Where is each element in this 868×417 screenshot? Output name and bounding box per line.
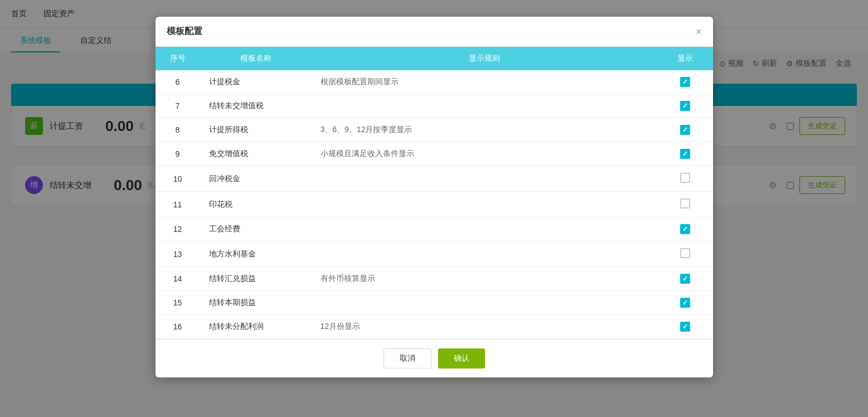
table-row: 16 结转未分配利润 12月份显示 — [156, 315, 713, 339]
checkbox-8[interactable] — [680, 274, 690, 284]
cell-name-10: 结转未分配利润 — [200, 315, 312, 339]
modal-footer: 取消 确认 — [156, 339, 713, 377]
cell-name-0: 计提税金 — [200, 70, 312, 94]
cell-show-7[interactable] — [657, 241, 713, 267]
cell-show-4[interactable] — [657, 166, 713, 192]
cell-show-5[interactable] — [657, 192, 713, 217]
modal-body: 序号 模板名称 显示规则 显示 6 计提税金 根据模板配置期间显示 7 结转未交… — [156, 47, 713, 339]
cell-name-7: 地方水利基金 — [200, 241, 312, 267]
col-header-rule: 显示规则 — [312, 47, 657, 70]
cell-rule-6 — [312, 217, 657, 241]
cell-rule-3: 小规模且满足收入条件显示 — [312, 142, 657, 166]
checkbox-7[interactable] — [680, 248, 690, 258]
cell-name-5: 印花税 — [200, 192, 312, 217]
table-header: 序号 模板名称 显示规则 显示 — [156, 47, 713, 70]
cell-num-3: 9 — [156, 142, 200, 166]
modal-overlay: 模板配置 × 序号 模板名称 显示规则 显示 6 — [0, 0, 868, 417]
cell-show-10[interactable] — [657, 315, 713, 339]
checkbox-6[interactable] — [680, 224, 690, 234]
table-row: 14 结转汇兑损益 有外币核算显示 — [156, 267, 713, 291]
table-row: 9 免交增值税 小规模且满足收入条件显示 — [156, 142, 713, 166]
cell-num-4: 10 — [156, 166, 200, 192]
modal-close-button[interactable]: × — [696, 27, 702, 37]
cell-num-8: 14 — [156, 267, 200, 291]
cancel-button[interactable]: 取消 — [384, 348, 431, 368]
table-body: 6 计提税金 根据模板配置期间显示 7 结转未交增值税 8 计提所得税 3、6、… — [156, 70, 713, 339]
checkbox-4[interactable] — [680, 173, 690, 183]
cell-rule-10: 12月份显示 — [312, 315, 657, 339]
cell-show-1[interactable] — [657, 94, 713, 118]
cell-rule-4 — [312, 166, 657, 192]
checkbox-3[interactable] — [680, 149, 690, 159]
checkbox-9[interactable] — [680, 298, 690, 308]
cell-show-2[interactable] — [657, 118, 713, 142]
template-config-modal: 模板配置 × 序号 模板名称 显示规则 显示 6 — [156, 17, 713, 377]
table-row: 10 回冲税金 — [156, 166, 713, 192]
cell-num-1: 7 — [156, 94, 200, 118]
cell-rule-5 — [312, 192, 657, 217]
cell-show-6[interactable] — [657, 217, 713, 241]
modal-title: 模板配置 — [167, 26, 202, 37]
cell-show-9[interactable] — [657, 291, 713, 315]
table-scroll-area[interactable]: 序号 模板名称 显示规则 显示 6 计提税金 根据模板配置期间显示 7 结转未交… — [156, 47, 713, 339]
checkbox-10[interactable] — [680, 322, 690, 332]
template-table: 序号 模板名称 显示规则 显示 6 计提税金 根据模板配置期间显示 7 结转未交… — [156, 47, 713, 339]
modal-header: 模板配置 × — [156, 17, 713, 47]
col-header-name: 模板名称 — [200, 47, 312, 70]
cell-show-8[interactable] — [657, 267, 713, 291]
checkbox-2[interactable] — [680, 125, 690, 135]
cell-show-3[interactable] — [657, 142, 713, 166]
cell-name-4: 回冲税金 — [200, 166, 312, 192]
cell-rule-1 — [312, 94, 657, 118]
cell-rule-7 — [312, 241, 657, 267]
checkbox-5[interactable] — [680, 198, 690, 208]
table-row: 15 结转本期损益 — [156, 291, 713, 315]
cell-rule-2: 3、6、9、12月按季度显示 — [312, 118, 657, 142]
cell-rule-8: 有外币核算显示 — [312, 267, 657, 291]
cell-num-0: 6 — [156, 70, 200, 94]
cell-rule-0: 根据模板配置期间显示 — [312, 70, 657, 94]
cell-num-5: 11 — [156, 192, 200, 217]
table-row: 6 计提税金 根据模板配置期间显示 — [156, 70, 713, 94]
cell-name-8: 结转汇兑损益 — [200, 267, 312, 291]
cell-num-7: 13 — [156, 241, 200, 267]
cell-show-0[interactable] — [657, 70, 713, 94]
confirm-button[interactable]: 确认 — [438, 348, 485, 368]
checkbox-0[interactable] — [680, 77, 690, 87]
table-row: 13 地方水利基金 — [156, 241, 713, 267]
col-header-num: 序号 — [156, 47, 200, 70]
table-row: 11 印花税 — [156, 192, 713, 217]
cell-name-2: 计提所得税 — [200, 118, 312, 142]
checkbox-1[interactable] — [680, 101, 690, 111]
col-header-show: 显示 — [657, 47, 713, 70]
table-row: 12 工会经费 — [156, 217, 713, 241]
table-row: 7 结转未交增值税 — [156, 94, 713, 118]
cell-name-6: 工会经费 — [200, 217, 312, 241]
cell-num-2: 8 — [156, 118, 200, 142]
cell-name-9: 结转本期损益 — [200, 291, 312, 315]
table-row: 8 计提所得税 3、6、9、12月按季度显示 — [156, 118, 713, 142]
cell-num-10: 16 — [156, 315, 200, 339]
cell-num-9: 15 — [156, 291, 200, 315]
cell-num-6: 12 — [156, 217, 200, 241]
cell-name-1: 结转未交增值税 — [200, 94, 312, 118]
cell-name-3: 免交增值税 — [200, 142, 312, 166]
cell-rule-9 — [312, 291, 657, 315]
